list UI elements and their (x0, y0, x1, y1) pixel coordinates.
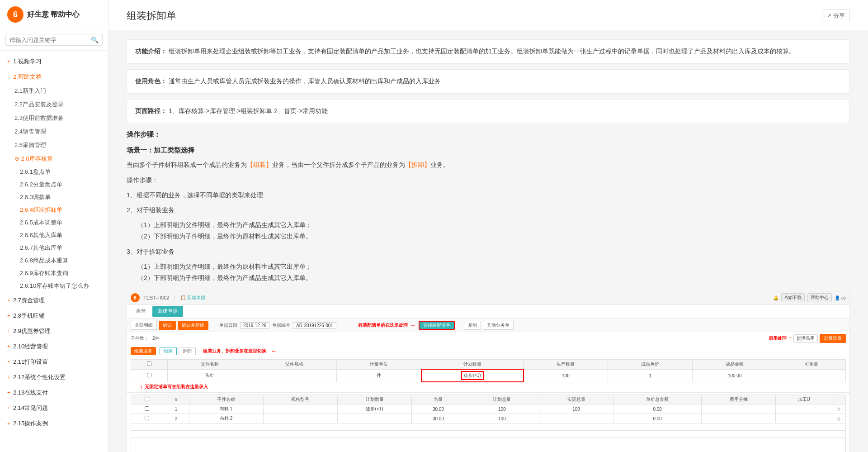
col-parent-spec: 父件规格 (252, 360, 337, 370)
row-plan-qty4 (337, 414, 411, 423)
col-price-total: 单价总金额 (613, 395, 702, 404)
step3-sub2: （2）下部明细为子件明细，最终作为产成品生成其它入库单。 (127, 272, 850, 284)
type-select-row: 组装业务 组装 拆卸 组装业务、拆卸业务在这里切换 ← (127, 345, 849, 357)
sidebar-item-267[interactable]: 2.6.7其他出库单 (0, 242, 108, 254)
sidebar-item-269[interactable]: 2.6.9库存账本查询 (0, 267, 108, 280)
col-parent-name: 父件名称 (168, 360, 252, 370)
row-check-cb[interactable] (145, 406, 149, 411)
col-unit: 计量单位 (337, 360, 421, 370)
check-all2[interactable] (145, 397, 149, 401)
share-button[interactable]: ↗ 分享 (822, 10, 850, 22)
nav-group-cases: + 2.15操作案例 (0, 416, 108, 431)
row-checkbox[interactable] (147, 373, 151, 377)
arrow-left-icon: ← (271, 347, 277, 355)
fake-close-btn[interactable]: 关联明细 (131, 321, 157, 330)
fake-enable-input[interactable]: 货借品用 (793, 334, 818, 343)
sidebar-item-faq[interactable]: + 2.14常见问题 (0, 401, 108, 415)
app-name: 好生意 帮助中心 (27, 10, 80, 19)
fake-logo: 6 (131, 293, 140, 302)
sidebar-item-inventory[interactable]: ⊖ 2.6库存核算 (0, 152, 108, 166)
child-table: # 子件名称 规格型号 计划数量 当量 计划总量 实际总量 单价总金额 费用分摊… (131, 395, 846, 452)
col-child-name: 子件名称 (189, 395, 263, 404)
nav-group-print: + 2.11打印设置 (0, 355, 108, 369)
parent-table-area: 父件名称 父件规格 计量单位 计划数量 生产数量 成品单价 成品金额 可用量 (127, 357, 849, 393)
sidebar-item-video[interactable]: + 1.视频学习 (0, 54, 108, 69)
fake-extra-btn1[interactable]: 复制 (464, 321, 481, 330)
sidebar-item-268[interactable]: 2.6.8商品成本重算 (0, 254, 108, 267)
sidebar-item-2610[interactable]: 2.6.10库存账本错了怎么办 (0, 280, 108, 292)
row-equiv: 30.00 (412, 404, 465, 414)
fake-extra-btn2[interactable]: 其他业务单 (483, 321, 514, 330)
col-child-spec: 规格型号 (263, 395, 337, 404)
sidebar-item-purchase[interactable]: 2.5采购管理 (0, 138, 108, 152)
row-fee2 (702, 414, 776, 423)
sidebar-item-label: 2.11打印设置 (13, 358, 48, 366)
sidebar-item-label: 2.9优惠券管理 (13, 327, 51, 335)
fake-new-doc-btn[interactable]: 📋 新建单据 (180, 295, 205, 301)
sidebar-item-label: 2.15操作案例 (13, 419, 48, 428)
fake-type-indicator: 组装业务 (131, 347, 156, 355)
sidebar-item-263[interactable]: 2.6.3调拨单 (0, 191, 108, 204)
fake-disassemble-btn[interactable]: 拆卸 (179, 347, 196, 355)
path-label: 页面路径： (135, 107, 167, 114)
share-label: 分享 (833, 12, 845, 20)
sidebar-item-cases[interactable]: + 2.15操作案例 (0, 416, 108, 431)
screenshot-container: 6 TEST-H002 📋 新建单据 🔔 App下载 帮助中心 👤 cc 自营 … (127, 291, 850, 452)
fake-app-store-btn[interactable]: App下载 (781, 293, 805, 302)
sidebar-item-data[interactable]: 2.3使用前数据准备 (0, 111, 108, 125)
check-all[interactable] (147, 362, 151, 366)
content-body: 功能介绍： 组装拆卸单用来处理企业组装或拆卸等加工业务，支持有固定装配清单的产品… (108, 30, 868, 452)
row-actual-total: 100 (539, 404, 613, 414)
fake-confirm-btn[interactable]: 确认 (159, 321, 176, 330)
col-plan-qty: 计划数量 (421, 360, 524, 370)
toolbar-right-btns: 复制 其他业务单 (464, 321, 514, 330)
sidebar-item-custom[interactable]: + 2.12系统个性化设置 (0, 370, 108, 385)
sidebar-item-261[interactable]: 2.6.1盘点单 (0, 166, 108, 178)
fake-top-bar: 6 TEST-H002 📋 新建单据 🔔 App下载 帮助中心 👤 cc (127, 291, 849, 305)
sidebar-item-sales[interactable]: 2.4销售管理 (0, 125, 108, 138)
sidebar-item-265[interactable]: 2.6.5成本调整单 (0, 216, 108, 229)
sidebar-item-mobile[interactable]: + 2.8手机旺辅 (0, 309, 108, 323)
fake-tab-ziy[interactable]: 自营 (131, 305, 151, 318)
date-value[interactable]: 2019-12-26 (240, 322, 269, 329)
child-table-area: # 子件名称 规格型号 计划数量 当量 计划总量 实际总量 单价总金额 费用分摊… (127, 393, 849, 452)
fake-screenshot: 6 TEST-H002 📋 新建单据 🔔 App下载 帮助中心 👤 cc 自营 … (127, 291, 849, 452)
row-del[interactable]: 🗑 (832, 404, 846, 414)
fake-fitconfig-btn[interactable]: 选择装配清单 (419, 321, 455, 330)
row-available (777, 369, 846, 382)
page-title: 组装拆卸单 (127, 9, 176, 23)
fake-help-btn[interactable]: 帮助中心 (807, 293, 832, 302)
fake-assemble-btn[interactable]: 组装 (160, 347, 177, 355)
sidebar-item-finance[interactable]: + 2.7资金管理 (0, 293, 108, 308)
sidebar-item-install[interactable]: 2.2产品安装及登录 (0, 98, 108, 111)
form-label-count: 子件数： (131, 335, 149, 342)
fitconfig-annotation-area: 有装配清单的在这里处理 → 选择装配清单 (358, 321, 455, 330)
fake-tab-new[interactable]: 新建单据 (152, 306, 183, 317)
row-plan-qty: 徒步(×1) (421, 369, 524, 382)
search-icon[interactable]: 🔍 (91, 36, 99, 43)
code-label: 单据编号 (272, 322, 290, 328)
sidebar-item-266[interactable]: 2.6.6其他入库单 (0, 229, 108, 242)
col-check2 (131, 395, 163, 404)
row-check-cb2[interactable] (145, 416, 149, 420)
nav-group-coupon: + 2.9优惠券管理 (0, 324, 108, 338)
row-del2[interactable]: 🗑 (832, 414, 846, 423)
search-box[interactable]: 🔍 (5, 34, 103, 46)
sidebar-item-print[interactable]: + 2.11打印设置 (0, 355, 108, 369)
sidebar-item-new[interactable]: 2.1新手入门 (0, 84, 108, 98)
sidebar-item-264[interactable]: 2.6.4组装拆卸单 (0, 204, 108, 216)
row-seq2: 2 (163, 414, 189, 423)
step3-text: 3、对于拆卸业务 (127, 246, 850, 257)
date-label: 单据日期 (219, 322, 237, 328)
fake-confirm-new-btn[interactable]: 确认并新建 (178, 321, 208, 330)
sidebar-item-coupon[interactable]: + 2.9优惠券管理 (0, 324, 108, 338)
highlight-assemble: 【组装】 (247, 161, 272, 168)
search-input[interactable] (9, 37, 91, 43)
sidebar-item-online[interactable]: + 2.13在线支付 (0, 385, 108, 400)
fake-set-btn[interactable]: 定量设置 (820, 334, 846, 343)
arrow-up-icon: ↑ (788, 335, 792, 342)
col-actual-total: 实际总量 (539, 395, 613, 404)
sidebar-item-docs[interactable]: − 2.帮助文档 (0, 70, 108, 84)
sidebar-item-262[interactable]: 2.6.2分量盘点单 (0, 178, 108, 191)
sidebar-item-ops[interactable]: + 2.10经营管理 (0, 339, 108, 354)
